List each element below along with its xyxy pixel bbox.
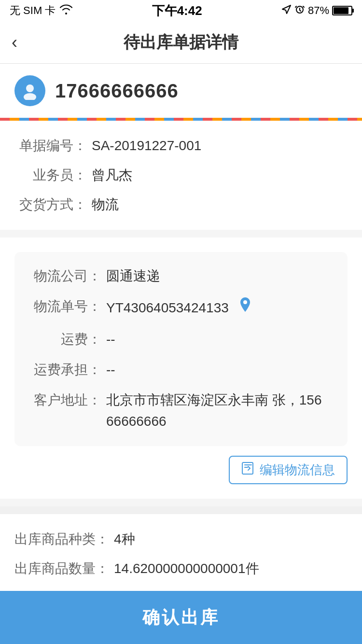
confirm-button-label: 确认出库 (142, 606, 220, 630)
location-icon[interactable] (237, 296, 254, 320)
avatar (14, 75, 45, 106)
battery-icon (332, 6, 352, 15)
goods-types-row: 出库商品种类： 4种 (14, 529, 348, 550)
sim-text: 无 SIM 卡 (10, 3, 56, 18)
delivery-method-row: 交货方式： 物流 (14, 194, 348, 216)
company-label: 物流公司： (29, 266, 106, 287)
freight-bearer-value: -- (106, 359, 333, 381)
address-row: 客户地址： 北京市市辖区海淀区永丰南 张，156 66666666 (29, 390, 333, 433)
edit-logistics-button[interactable]: 编辑物流信息 (229, 456, 348, 484)
goods-types-value: 4种 (114, 529, 348, 550)
order-number-row: 单据编号： SA-20191227-001 (14, 135, 348, 157)
status-left: 无 SIM 卡 (10, 3, 73, 18)
order-number-label: 单据编号： (14, 135, 92, 157)
svg-point-1 (26, 84, 34, 92)
order-number-value: SA-20191227-001 (92, 135, 348, 157)
sales-person-row: 业务员： 曾凡杰 (14, 165, 348, 186)
tracking-number: YT43064053424133 (106, 297, 229, 319)
goods-quantity-label: 出库商品数量： (14, 558, 114, 580)
delivery-method-value: 物流 (92, 194, 348, 216)
freight-bearer-row: 运费承担： -- (29, 359, 333, 381)
tracking-row: 物流单号： YT43064053424133 (29, 296, 333, 320)
edit-logistics-label: 编辑物流信息 (260, 462, 335, 478)
user-phone: 17666666666 (55, 80, 179, 102)
status-time: 下午4:42 (152, 2, 202, 19)
status-right: 87% (281, 4, 352, 17)
svg-point-3 (243, 300, 247, 304)
user-header: 17666666666 (0, 64, 362, 118)
freight-value: -- (106, 329, 333, 350)
logistics-section: 物流公司： 圆通速递 物流单号： YT43064053424133 运费： --… (0, 238, 362, 499)
nav-bar: ‹ 待出库单据详情 (0, 21, 362, 64)
wifi-icon (59, 4, 73, 17)
alarm-icon (294, 4, 305, 17)
edit-btn-row: 编辑物流信息 (14, 456, 348, 489)
status-bar: 无 SIM 卡 下午4:42 87% (0, 0, 362, 21)
edit-icon (241, 462, 255, 478)
company-row: 物流公司： 圆通速递 (29, 266, 333, 287)
sales-person-value: 曾凡杰 (92, 165, 348, 186)
freight-label: 运费： (29, 329, 106, 350)
confirm-button-bar[interactable]: 确认出库 (0, 591, 362, 644)
delivery-method-label: 交货方式： (14, 194, 92, 216)
page-title: 待出库单据详情 (124, 31, 238, 54)
goods-quantity-row: 出库商品数量： 14.620000000000001件 (14, 558, 348, 580)
tracking-label: 物流单号： (29, 296, 106, 318)
svg-rect-4 (242, 462, 253, 474)
tracking-value: YT43064053424133 (106, 296, 333, 320)
address-label: 客户地址： (29, 390, 106, 411)
freight-bearer-label: 运费承担： (29, 359, 106, 381)
freight-row: 运费： -- (29, 329, 333, 350)
gps-icon (281, 4, 292, 17)
svg-point-2 (24, 93, 36, 100)
battery-percent: 87% (308, 4, 329, 17)
section-divider (0, 506, 362, 514)
company-value: 圆通速递 (106, 266, 333, 287)
basic-info-section: 单据编号： SA-20191227-001 业务员： 曾凡杰 交货方式： 物流 (0, 121, 362, 230)
logistics-card: 物流公司： 圆通速递 物流单号： YT43064053424133 运费： --… (14, 252, 348, 446)
goods-quantity-value: 14.620000000000001件 (114, 558, 348, 580)
back-button[interactable]: ‹ (12, 32, 17, 53)
sales-person-label: 业务员： (14, 165, 92, 186)
goods-types-label: 出库商品种类： (14, 529, 114, 550)
address-value: 北京市市辖区海淀区永丰南 张，156 66666666 (106, 390, 333, 433)
